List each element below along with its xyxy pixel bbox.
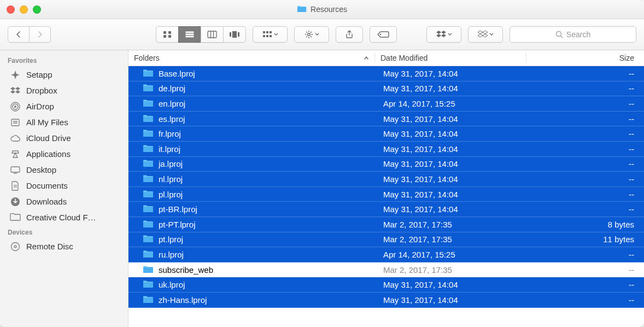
svg-point-31 xyxy=(14,106,16,108)
column-header-date[interactable]: Date Modified xyxy=(375,54,526,62)
close-window-button[interactable] xyxy=(7,5,15,14)
list-view-button[interactable] xyxy=(178,26,201,43)
file-row[interactable]: ru.lprojApr 14, 2017, 15:25-- xyxy=(128,247,644,262)
arrange-button[interactable] xyxy=(253,26,288,43)
file-row[interactable]: ja.lprojMay 31, 2017, 14:04-- xyxy=(128,157,644,172)
svg-rect-34 xyxy=(11,119,19,126)
svg-rect-11 xyxy=(232,31,237,38)
svg-rect-18 xyxy=(270,35,272,37)
titlebar[interactable]: Resources xyxy=(0,0,644,19)
setapp-icon xyxy=(10,69,21,80)
file-name: nl.lproj xyxy=(159,174,183,184)
dropbox-toolbar-button-2[interactable] xyxy=(468,26,503,43)
file-size: -- xyxy=(529,250,644,259)
svg-rect-38 xyxy=(11,167,20,172)
view-mode-group xyxy=(156,26,246,43)
file-size: -- xyxy=(529,84,644,93)
file-row[interactable]: es.lprojMay 31, 2017, 14:04-- xyxy=(128,112,644,127)
dropbox-toolbar-button-1[interactable] xyxy=(426,26,461,43)
finder-window: Resources xyxy=(0,0,644,327)
file-date: May 31, 2017, 14:04 xyxy=(378,84,529,93)
file-size: -- xyxy=(529,295,644,305)
folder-icon xyxy=(143,160,154,168)
forward-button[interactable] xyxy=(30,26,51,43)
sidebar-item-label: All My Files xyxy=(26,118,68,127)
file-size: -- xyxy=(529,129,644,138)
column-header-size[interactable]: Size xyxy=(526,54,644,62)
folder-icon xyxy=(143,145,154,153)
file-row[interactable]: nl.lprojMay 31, 2017, 14:04-- xyxy=(128,172,644,187)
file-row[interactable]: pl.lprojMay 31, 2017, 14:04-- xyxy=(128,187,644,202)
coverflow-view-button[interactable] xyxy=(223,26,246,43)
grid-icon xyxy=(163,31,172,38)
sidebar-item-remote-disc[interactable]: Remote Disc xyxy=(0,238,128,254)
column-view-button[interactable] xyxy=(201,26,223,43)
dropbox-icon xyxy=(10,85,21,96)
file-name: es.lproj xyxy=(159,114,185,124)
minimize-window-button[interactable] xyxy=(20,5,28,14)
sidebar-item-dropbox[interactable]: Dropbox xyxy=(0,83,128,98)
file-name: subscribe_web xyxy=(159,265,213,275)
file-name: zh-Hans.lproj xyxy=(159,295,207,305)
file-row[interactable]: pt-BR.lprojMay 31, 2017, 14:04-- xyxy=(128,202,644,217)
svg-rect-17 xyxy=(266,35,268,37)
column-header-date-label: Date Modified xyxy=(380,54,428,62)
file-row[interactable]: pt-PT.lprojMar 2, 2017, 17:358 bytes xyxy=(128,217,644,232)
sidebar-item-creative-cloud-f-[interactable]: Creative Cloud F… xyxy=(0,209,128,225)
file-name: pt.lproj xyxy=(159,235,183,244)
file-name: en.lproj xyxy=(159,99,185,108)
file-name: it.lproj xyxy=(159,144,180,154)
folder-icon xyxy=(143,281,154,289)
svg-rect-7 xyxy=(208,31,216,38)
search-placeholder: Search xyxy=(566,30,590,39)
sidebar-item-setapp[interactable]: Setapp xyxy=(0,67,128,83)
sidebar-item-label: Setapp xyxy=(26,70,52,79)
svg-line-25 xyxy=(311,36,312,37)
share-button[interactable] xyxy=(336,26,363,43)
file-date: May 31, 2017, 14:04 xyxy=(378,190,529,199)
file-size: -- xyxy=(529,99,644,108)
file-row[interactable]: uk.lprojMay 31, 2017, 14:04-- xyxy=(128,277,644,293)
sidebar-item-all-my-files[interactable]: All My Files xyxy=(0,114,128,130)
folder-icon xyxy=(143,175,154,183)
chevron-left-icon xyxy=(16,31,21,38)
column-header-size-label: Size xyxy=(619,54,634,62)
sidebar-item-documents[interactable]: Documents xyxy=(0,178,128,194)
file-name: pl.lproj xyxy=(159,190,183,199)
sidebar-item-airdrop[interactable]: AirDrop xyxy=(0,98,128,114)
sidebar-item-icloud-drive[interactable]: iCloud Drive xyxy=(0,130,128,146)
file-row[interactable]: pt.lprojMar 2, 2017, 17:3511 bytes xyxy=(128,232,644,248)
folder-icon xyxy=(143,266,154,274)
file-row[interactable]: fr.lprojMay 31, 2017, 14:04-- xyxy=(128,126,644,142)
file-date: Mar 2, 2017, 17:35 xyxy=(378,220,529,229)
tags-button[interactable] xyxy=(370,26,397,43)
file-date: May 31, 2017, 14:04 xyxy=(378,114,529,124)
file-date: May 31, 2017, 14:04 xyxy=(378,295,529,305)
file-row[interactable]: zh-Hans.lprojMay 31, 2017, 14:04-- xyxy=(128,293,644,308)
file-row[interactable]: de.lprojMay 31, 2017, 14:04-- xyxy=(128,81,644,97)
sidebar-item-label: Downloads xyxy=(26,197,67,206)
file-row[interactable]: Base.lprojMay 31, 2017, 14:04-- xyxy=(128,66,644,81)
svg-rect-4 xyxy=(186,32,194,33)
svg-rect-10 xyxy=(230,32,231,37)
window-title: Resources xyxy=(297,5,347,14)
file-row[interactable]: subscribe_webMar 2, 2017, 17:35-- xyxy=(128,262,644,278)
action-button[interactable] xyxy=(294,26,329,43)
svg-point-19 xyxy=(307,33,310,36)
sidebar-item-label: Desktop xyxy=(26,165,56,174)
sidebar-item-desktop[interactable]: Desktop xyxy=(0,162,128,178)
file-size: 11 bytes xyxy=(529,235,644,244)
share-icon xyxy=(346,30,353,39)
search-field[interactable]: Search xyxy=(510,26,636,43)
zoom-window-button[interactable] xyxy=(33,5,41,14)
coverflow-icon xyxy=(229,31,240,38)
column-header-folders[interactable]: Folders xyxy=(128,54,375,62)
file-row[interactable]: en.lprojApr 14, 2017, 15:25-- xyxy=(128,96,644,112)
downloads-icon xyxy=(10,196,21,207)
file-row[interactable]: it.lprojMay 31, 2017, 14:04-- xyxy=(128,142,644,157)
sidebar-item-downloads[interactable]: Downloads xyxy=(0,194,128,209)
icon-view-button[interactable] xyxy=(156,26,178,43)
sidebar-item-label: Remote Disc xyxy=(26,242,73,251)
back-button[interactable] xyxy=(8,26,30,43)
sidebar-item-applications[interactable]: Applications xyxy=(0,146,128,162)
